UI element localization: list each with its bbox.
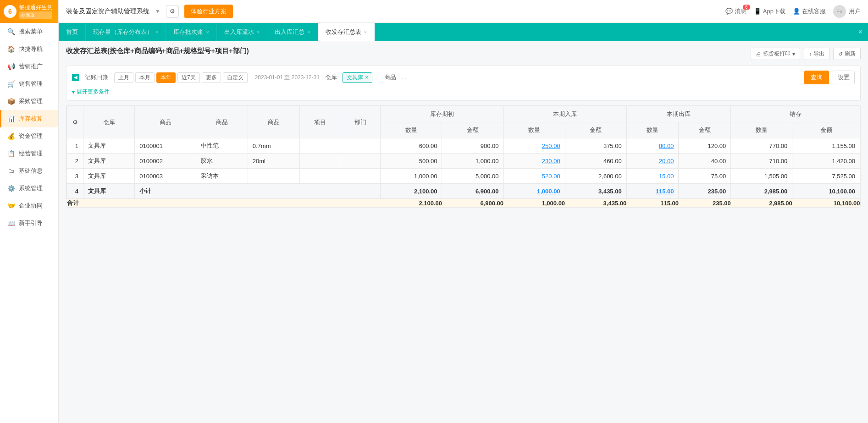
tab-home[interactable]: 首页	[59, 23, 86, 41]
tab-label-batch_ledger: 库存批次账	[173, 28, 203, 36]
sidebar-icon-enterprise: 🤝	[7, 202, 15, 209]
subtotal-in-qty[interactable]: 1,000.00	[503, 184, 565, 199]
sidebar-icon-search: 🔍	[7, 28, 15, 35]
warehouse-tag: 文具库 ×	[343, 72, 372, 83]
th-period-init: 库存期初	[381, 106, 503, 122]
cell-bal-amt: 7,525.00	[792, 169, 860, 184]
cell-warehouse: 文具库	[83, 154, 135, 169]
system-dropdown-icon[interactable]: ▼	[155, 8, 160, 15]
cell-in-amt: 2,600.00	[565, 169, 626, 184]
data-table: ⚙ 仓库 商品 商品 商品 项目 部门 库存期初 本期入库 本期出库 结存 数量	[66, 106, 860, 207]
th-dept: 部门	[340, 106, 381, 138]
print-button[interactable]: 🖨 拣货板打印 ▾	[751, 48, 800, 60]
tab-close-recv_send_summary[interactable]: ×	[364, 29, 367, 35]
sidebar-item-marketing[interactable]: 📢 营销推广	[0, 58, 58, 75]
sidebar-icon-finance: 💰	[7, 132, 15, 140]
tab-in_out_flow[interactable]: 出入库流水×	[217, 23, 267, 41]
tabs-bar: 首页现存量（库存分布表）×库存批次账×出入库流水×出入库汇总×收发存汇总表××	[59, 23, 868, 41]
app-download-btn[interactable]: 📱 App下载	[754, 7, 785, 16]
settings-button[interactable]: ⚙	[166, 5, 179, 18]
sidebar-icon-basic_info: 🗂	[7, 167, 15, 175]
warehouse-filter: 文具库 × ...	[343, 72, 379, 83]
date-btn-本年[interactable]: 本年	[156, 72, 176, 83]
tab-recv_send_summary[interactable]: 收发存汇总表×	[318, 23, 375, 41]
sidebar-item-basic_info[interactable]: 🗂 基础信息	[0, 162, 58, 180]
th-balance: 结存	[731, 106, 860, 122]
cell-in-qty[interactable]: 230.00	[503, 154, 565, 169]
sidebar-icon-sales: 🛒	[7, 80, 15, 88]
notification-button[interactable]: 💬 消息 6	[725, 7, 746, 16]
total-bal-qty: 2,985.00	[731, 199, 792, 208]
cell-in-qty[interactable]: 520.00	[503, 169, 565, 184]
cell-name: 采访本	[196, 169, 248, 184]
query-button[interactable]: 查询	[804, 71, 829, 84]
subtotal-in-amt: 3,435.00	[565, 184, 626, 199]
date-btn-近7天[interactable]: 近7天	[177, 72, 200, 83]
sidebar-item-purchase[interactable]: 📦 采购管理	[0, 93, 58, 110]
sidebar-item-search[interactable]: 🔍 搜索菜单	[0, 23, 58, 40]
top-header: 装备及固定资产辅助管理系统 ▼ ⚙ 体验行业方案 💬 消息 6 📱 App下载 …	[59, 0, 868, 23]
date-btn-更多[interactable]: 更多	[202, 72, 221, 83]
date-btn-本月[interactable]: 本月	[135, 72, 155, 83]
th-spec: 商品	[248, 106, 300, 138]
sidebar: 6 畅捷通好生意 标准版 🔍 搜索菜单 🏠 快捷导航 📢 营销推广 🛒 销售管理…	[0, 0, 59, 423]
sidebar-item-system[interactable]: ⚙️ 系统管理	[0, 180, 58, 197]
expand-conditions-btn[interactable]: ▾ 展开更多条件	[72, 88, 855, 96]
sidebar-item-quick_nav[interactable]: 🏠 快捷导航	[0, 40, 58, 58]
cell-project	[300, 138, 340, 154]
filter-setting-button[interactable]: 设置	[833, 71, 855, 84]
tab-close-inventory_dist[interactable]: ×	[155, 29, 158, 35]
goods-more[interactable]: ...	[402, 74, 406, 81]
cell-out-qty[interactable]: 15.00	[626, 169, 679, 184]
table-settings-col[interactable]: ⚙	[67, 106, 83, 138]
tabs-close-all-btn[interactable]: ×	[853, 28, 868, 36]
cell-out-qty[interactable]: 80.00	[626, 138, 679, 154]
total-init-amt: 6,900.00	[442, 199, 503, 208]
sidebar-item-enterprise[interactable]: 🤝 企业协同	[0, 197, 58, 214]
tab-close-in_out_summary[interactable]: ×	[307, 29, 310, 35]
th-in-qty: 数量	[503, 122, 565, 138]
subtotal-out-qty[interactable]: 115.00	[626, 184, 679, 199]
sidebar-icon-system: ⚙️	[7, 185, 15, 192]
sidebar-menu: 🔍 搜索菜单 🏠 快捷导航 📢 营销推广 🛒 销售管理 📦 采购管理 📊 库存核…	[0, 23, 58, 423]
sidebar-item-sales[interactable]: 🛒 销售管理	[0, 75, 58, 93]
th-bal-amt: 金额	[792, 122, 860, 138]
sidebar-item-inventory[interactable]: 📊 库存核算	[0, 110, 58, 127]
page-header-actions: 🖨 拣货板打印 ▾ ↑ 导出 ↺ 刷新	[751, 48, 861, 60]
warehouse-more[interactable]: ...	[374, 74, 379, 81]
th-out-qty: 数量	[626, 122, 679, 138]
subtotal-init-qty: 2,100.00	[381, 184, 442, 199]
subtotal-bal-qty: 2,985.00	[731, 184, 792, 199]
th-init-amt: 金额	[442, 122, 503, 138]
tab-batch_ledger[interactable]: 库存批次账×	[166, 23, 216, 41]
date-btn-自定义[interactable]: 自定义	[223, 72, 248, 83]
total-in-amt: 3,435.00	[565, 199, 626, 208]
sidebar-label-inventory: 库存核算	[19, 115, 43, 123]
subtotal-warehouse: 文具库	[83, 184, 135, 199]
cell-in-qty[interactable]: 250.00	[503, 138, 565, 154]
export-button[interactable]: ↑ 导出	[804, 48, 829, 60]
filter-collapse-btn[interactable]: ◀	[72, 74, 79, 81]
warehouse-tag-close[interactable]: ×	[365, 74, 368, 81]
sidebar-item-guide[interactable]: 📖 新手引导	[0, 214, 58, 232]
user-area[interactable]: Ea 用户	[833, 5, 861, 18]
tab-in_out_summary[interactable]: 出入库汇总×	[267, 23, 318, 41]
username: 用户	[849, 7, 861, 16]
tab-close-in_out_flow[interactable]: ×	[257, 29, 260, 35]
subtotal-out-amt: 235.00	[679, 184, 731, 199]
tab-close-batch_ledger[interactable]: ×	[206, 29, 209, 35]
filter-row-main: ◀ 记账日期 上月本月本年近7天更多自定义 2023-01-01 至 2023-…	[72, 71, 855, 84]
tab-inventory_dist[interactable]: 现存量（库存分布表）×	[86, 23, 166, 41]
cell-out-amt: 75.00	[679, 169, 731, 184]
tab-label-inventory_dist: 现存量（库存分布表）	[93, 28, 153, 36]
sidebar-item-operations[interactable]: 📋 经营管理	[0, 145, 58, 162]
trial-button[interactable]: 体验行业方案	[184, 5, 233, 18]
cell-out-qty[interactable]: 20.00	[626, 154, 679, 169]
refresh-button[interactable]: ↺ 刷新	[833, 48, 861, 60]
date-btn-上月[interactable]: 上月	[114, 72, 133, 83]
th-init-qty: 数量	[381, 122, 442, 138]
sidebar-item-finance[interactable]: 💰 资金管理	[0, 127, 58, 145]
cell-spec	[248, 169, 300, 184]
online-service-btn[interactable]: 👤 在线客服	[793, 7, 826, 16]
warehouse-label: 仓库	[325, 73, 337, 82]
